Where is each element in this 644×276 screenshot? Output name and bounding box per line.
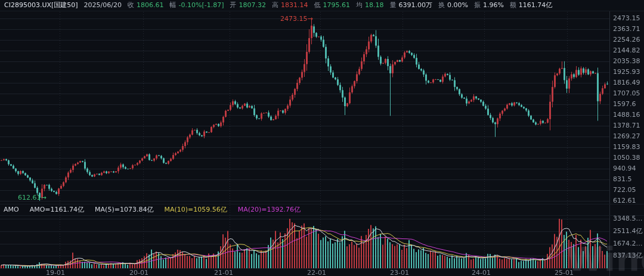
quote-field-label: 收	[128, 0, 134, 11]
quote-field-value: 1831.14	[281, 0, 308, 11]
quote-field: 振1.96%	[474, 0, 504, 11]
quote-field-value: 1161.74亿	[519, 0, 553, 11]
quote-field: 均18.18	[356, 0, 384, 11]
quote-field: 换0.00%	[438, 0, 468, 11]
quote-field-label: 幅	[169, 0, 176, 11]
quote-field-label: 开	[230, 0, 236, 11]
amo-legend-item: AMO=1161.74亿	[30, 206, 84, 214]
quote-field-label: 换	[438, 0, 445, 11]
quote-fields: 收1806.61幅-0.10%[-1.87]开1807.32高1831.14低1…	[128, 0, 552, 11]
kline-canvas[interactable]	[0, 0, 644, 276]
quote-field: 量6391.00万	[389, 0, 432, 11]
quote-field-value: 18.18	[365, 0, 384, 11]
quote-field-label: 量	[389, 0, 396, 11]
trading-terminal: CI2895003.UX[国建50] 2025/06/20 收1806.61幅-…	[0, 0, 644, 276]
amo-indicator-row: AMOAMO=1161.74亿MA(5)=1073.84亿MA(10)=1059…	[4, 206, 301, 214]
quote-field-label: 高	[272, 0, 278, 11]
quote-bar: CI2895003.UX[国建50] 2025/06/20 收1806.61幅-…	[0, 0, 644, 11]
quote-field-value: 1806.61	[137, 0, 164, 11]
quote-field: 开1807.32	[230, 0, 266, 11]
quote-field: 收1806.61	[128, 0, 164, 11]
quote-date: 2025/06/20	[84, 0, 122, 11]
amo-legend-item: MA(10)=1059.56亿	[164, 206, 227, 214]
quote-field-value: 6391.00万	[398, 0, 432, 11]
amo-legend-item: MA(5)=1073.84亿	[95, 206, 153, 214]
symbol-label: CI2895003.UX[国建50]	[4, 0, 78, 11]
amo-legend-item: AMO	[4, 206, 19, 214]
quote-field: 幅-0.10%[-1.87]	[169, 0, 224, 11]
quote-field: 额1161.74亿	[510, 0, 553, 11]
quote-field-label: 低	[314, 0, 320, 11]
quote-field-value: 1807.32	[239, 0, 266, 11]
quote-field-label: 振	[474, 0, 481, 11]
quote-field-label: 额	[510, 0, 516, 11]
quote-field: 高1831.14	[272, 0, 308, 11]
quote-field-label: 均	[356, 0, 363, 11]
quote-field: 低1795.61	[314, 0, 350, 11]
quote-field-value: -0.10%[-1.87]	[178, 0, 224, 11]
quote-field-value: 0.00%	[447, 0, 468, 11]
amo-legend-item: MA(20)=1392.76亿	[238, 206, 301, 214]
quote-field-value: 1795.61	[323, 0, 350, 11]
quote-field-value: 1.96%	[483, 0, 504, 11]
